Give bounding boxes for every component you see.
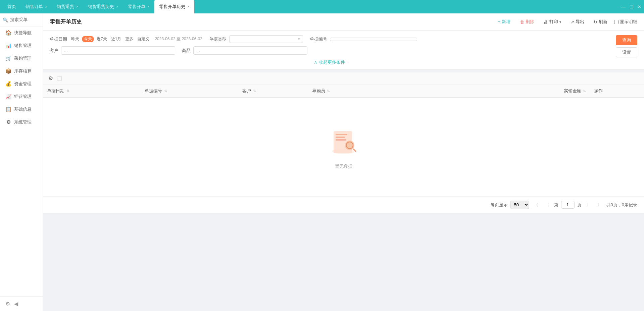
bill-type-select[interactable]: ▾ bbox=[229, 35, 303, 43]
sidebar-item-label: 销售管理 bbox=[14, 43, 32, 49]
per-page-label: 每页显示 bbox=[490, 202, 508, 208]
col-date: 单据日期 ⇅ bbox=[43, 85, 141, 98]
goods-placeholder: ... bbox=[196, 48, 304, 53]
sidebar-bottom: ⚙ ◀ bbox=[0, 296, 43, 311]
tab-retail-bill-history[interactable]: 零售开单历史 × bbox=[154, 0, 194, 13]
filter-row-1: 单据日期 昨天 今天 近7天 近1月 更多 自定义 2023-06-02 至 2… bbox=[50, 35, 609, 43]
close-tab-retail-bill[interactable]: × bbox=[147, 4, 150, 9]
tab-sales-return[interactable]: 销货退货 × bbox=[52, 0, 83, 13]
tab-bar: 首页 销售订单 × 销货退货 × 销货退货历史 × 零售开单 × 零售开单历史 … bbox=[0, 0, 644, 13]
finance-icon: 💰 bbox=[5, 81, 11, 87]
sidebar-item-label: 经营管理 bbox=[14, 94, 32, 100]
tab-home[interactable]: 首页 bbox=[3, 0, 21, 13]
main-area: 🔍 搜索采单 🏠 快捷导航 📊 销售管理 🛒 采购管理 bbox=[0, 13, 644, 311]
print-icon: 🖨 bbox=[544, 19, 548, 24]
sidebar-item-quick-nav[interactable]: 🏠 快捷导航 bbox=[0, 27, 43, 39]
display-detail-toggle[interactable]: 显示明细 bbox=[614, 19, 637, 25]
col-guide: 导购员 ⇅ bbox=[308, 85, 392, 98]
today-shortcut[interactable]: 今天 bbox=[82, 36, 94, 42]
inventory-icon: 📦 bbox=[5, 68, 11, 74]
yesterday-shortcut[interactable]: 昨天 bbox=[70, 36, 81, 42]
collapse-btn[interactable]: ∧ 收起更多条件 bbox=[310, 58, 349, 67]
empty-state: 暂无数据 bbox=[43, 98, 644, 196]
query-button[interactable]: 查询 bbox=[616, 35, 637, 45]
select-all-checkbox[interactable] bbox=[57, 76, 62, 81]
sort-date-icon[interactable]: ⇅ bbox=[66, 89, 69, 93]
sort-customer-icon[interactable]: ⇅ bbox=[253, 89, 256, 93]
delete-button[interactable]: 🗑 删除 bbox=[517, 17, 537, 26]
sidebar-search[interactable]: 🔍 搜索采单 bbox=[0, 13, 43, 27]
delete-icon: 🗑 bbox=[520, 19, 524, 24]
tab-sales-order[interactable]: 销售订单 × bbox=[21, 0, 52, 13]
date-filter-label: 单据日期 bbox=[50, 36, 67, 42]
sort-bill-no-icon[interactable]: ⇅ bbox=[164, 89, 167, 93]
data-table: 单据日期 ⇅ 单据编号 ⇅ 客户 ⇅ bbox=[43, 85, 644, 196]
more-shortcut[interactable]: 更多 bbox=[124, 36, 135, 42]
window-min-btn[interactable]: — bbox=[621, 4, 626, 9]
sidebar-collapse-btn[interactable]: ◀ bbox=[14, 301, 18, 307]
window-restore-btn[interactable]: ☐ bbox=[630, 4, 634, 9]
bill-type-label: 单据类型 bbox=[209, 36, 227, 42]
sidebar-item-finance[interactable]: 💰 资金管理 bbox=[0, 77, 43, 90]
basic-info-icon: 📋 bbox=[5, 106, 11, 112]
close-tab-sales-return[interactable]: × bbox=[76, 4, 79, 9]
tab-retail-bill[interactable]: 零售开单 × bbox=[123, 0, 154, 13]
goods-filter: 商品 ... bbox=[182, 46, 307, 55]
sidebar-item-sales[interactable]: 📊 销售管理 bbox=[0, 39, 43, 52]
sidebar-item-label: 快捷导航 bbox=[14, 30, 32, 36]
goods-label: 商品 bbox=[182, 48, 191, 54]
bill-no-input[interactable] bbox=[330, 38, 417, 41]
refresh-button[interactable]: ↻ 刷新 bbox=[591, 17, 610, 26]
page-first-btn[interactable]: 《 bbox=[532, 201, 540, 209]
empty-text: 暂无数据 bbox=[335, 163, 352, 169]
close-tab-sales-return-history[interactable]: × bbox=[116, 4, 118, 9]
bill-type-filter: 单据类型 ▾ bbox=[209, 35, 303, 43]
svg-rect-4 bbox=[336, 139, 346, 141]
sidebar-search-label: 搜索采单 bbox=[10, 17, 28, 23]
last-month-shortcut[interactable]: 近1月 bbox=[110, 36, 123, 42]
customer-placeholder: ... bbox=[64, 48, 172, 53]
table-toolbar: ⚙ bbox=[43, 72, 644, 85]
filter-settings-button[interactable]: 设置 bbox=[616, 47, 637, 57]
tab-sales-return-history[interactable]: 销货退货历史 × bbox=[83, 0, 123, 13]
date-filter-item: 单据日期 昨天 今天 近7天 近1月 更多 自定义 2023-06-02 至 2… bbox=[50, 36, 202, 42]
custom-shortcut[interactable]: 自定义 bbox=[136, 36, 151, 42]
close-tab-sales-order[interactable]: × bbox=[45, 4, 47, 9]
page-header: 零售开单历史 + 新增 🗑 删除 🖨 🖨 打印 打印 ▾ ↗ 导出 ↻ 刷新 显… bbox=[43, 13, 644, 31]
table-settings-icon[interactable]: ⚙ bbox=[48, 75, 53, 82]
sort-guide-icon[interactable]: ⇅ bbox=[327, 89, 330, 93]
page-last-btn[interactable]: 》 bbox=[595, 201, 604, 209]
sidebar-item-basic-info[interactable]: 📋 基础信息 bbox=[0, 103, 43, 116]
col-amount-value: 实销金额 ⇅ bbox=[492, 85, 590, 98]
window-close-btn[interactable]: ✕ bbox=[638, 4, 641, 9]
sidebar-item-inventory[interactable]: 📦 库存核算 bbox=[0, 65, 43, 77]
last7-shortcut[interactable]: 近7天 bbox=[95, 36, 108, 42]
sort-amount-icon[interactable]: ⇅ bbox=[583, 89, 586, 93]
sidebar-item-operations[interactable]: 📈 经营管理 bbox=[0, 90, 43, 103]
filter-row-2: 客户 ... 商品 ... bbox=[50, 46, 609, 55]
sidebar-item-label: 系统管理 bbox=[14, 119, 32, 125]
sidebar-settings-btn[interactable]: ⚙ bbox=[5, 301, 10, 307]
per-page-select[interactable]: 50 10 20 100 bbox=[510, 201, 529, 209]
svg-rect-2 bbox=[336, 134, 347, 135]
bill-no-label: 单据编号 bbox=[310, 36, 327, 42]
toolbar: + 新增 🗑 删除 🖨 🖨 打印 打印 ▾ ↗ 导出 ↻ 刷新 显示明细 bbox=[495, 17, 637, 26]
date-range-display: 2023-06-02 至 2023-06-02 bbox=[155, 36, 202, 42]
col-action: 操作 bbox=[590, 85, 644, 98]
print-button[interactable]: 🖨 🖨 打印 打印 ▾ bbox=[541, 17, 564, 26]
customer-input[interactable]: ... bbox=[61, 46, 175, 55]
goods-input[interactable]: ... bbox=[193, 46, 307, 55]
sales-icon: 📊 bbox=[5, 43, 11, 49]
purchase-icon: 🛒 bbox=[5, 55, 11, 61]
sidebar-item-purchase[interactable]: 🛒 采购管理 bbox=[0, 52, 43, 65]
export-button[interactable]: ↗ 导出 bbox=[568, 17, 587, 26]
page-next-btn[interactable]: 〉 bbox=[584, 201, 593, 209]
page-input[interactable] bbox=[561, 201, 575, 209]
sidebar-item-system[interactable]: ⚙ 系统管理 bbox=[0, 116, 43, 128]
display-detail-checkbox[interactable] bbox=[614, 20, 618, 24]
customer-label: 客户 bbox=[50, 48, 58, 54]
close-tab-retail-bill-history[interactable]: × bbox=[187, 4, 190, 9]
add-button[interactable]: + 新增 bbox=[495, 17, 513, 26]
table-container: ⚙ 单据日期 ⇅ 单据编号 ⇅ bbox=[43, 72, 644, 196]
page-prev-btn[interactable]: 〈 bbox=[543, 201, 551, 209]
